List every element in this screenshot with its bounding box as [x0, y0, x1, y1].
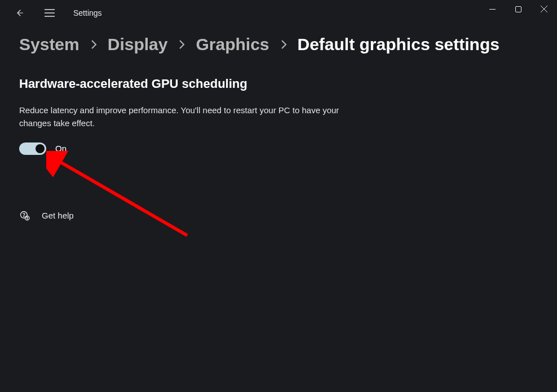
help-icon: [19, 210, 30, 221]
hamburger-icon: [45, 9, 55, 17]
main-content: Hardware-accelerated GPU scheduling Redu…: [0, 54, 361, 221]
titlebar: Settings: [0, 0, 557, 26]
help-label: Get help: [42, 211, 74, 220]
minimize-icon: [489, 6, 496, 12]
svg-rect-4: [515, 6, 521, 12]
minimize-button[interactable]: [479, 0, 505, 18]
window-controls: [479, 0, 557, 18]
close-button[interactable]: [531, 0, 557, 18]
svg-point-8: [24, 216, 24, 216]
gpu-scheduling-toggle[interactable]: [19, 142, 46, 155]
window-title: Settings: [73, 8, 102, 17]
breadcrumb-display[interactable]: Display: [108, 35, 168, 54]
section-description: Reduce latency and improve performance. …: [19, 104, 342, 130]
breadcrumb: System Display Graphics Default graphics…: [0, 26, 557, 54]
get-help-link[interactable]: Get help: [19, 210, 342, 221]
chevron-right-icon: [280, 38, 288, 51]
chevron-right-icon: [178, 38, 185, 51]
toggle-state-label: On: [55, 144, 67, 153]
breadcrumb-graphics[interactable]: Graphics: [196, 35, 269, 54]
menu-button[interactable]: [38, 2, 61, 24]
breadcrumb-system[interactable]: System: [19, 35, 79, 54]
svg-point-10: [27, 219, 28, 219]
maximize-icon: [515, 6, 521, 12]
chevron-right-icon: [90, 38, 98, 51]
close-icon: [541, 6, 547, 12]
breadcrumb-current: Default graphics settings: [298, 35, 499, 54]
back-button[interactable]: [8, 2, 30, 24]
arrow-left-icon: [14, 8, 24, 18]
gpu-scheduling-toggle-row: On: [19, 142, 342, 155]
section-title: Hardware-accelerated GPU scheduling: [19, 77, 342, 91]
toggle-knob: [36, 144, 45, 153]
maximize-button[interactable]: [505, 0, 531, 18]
